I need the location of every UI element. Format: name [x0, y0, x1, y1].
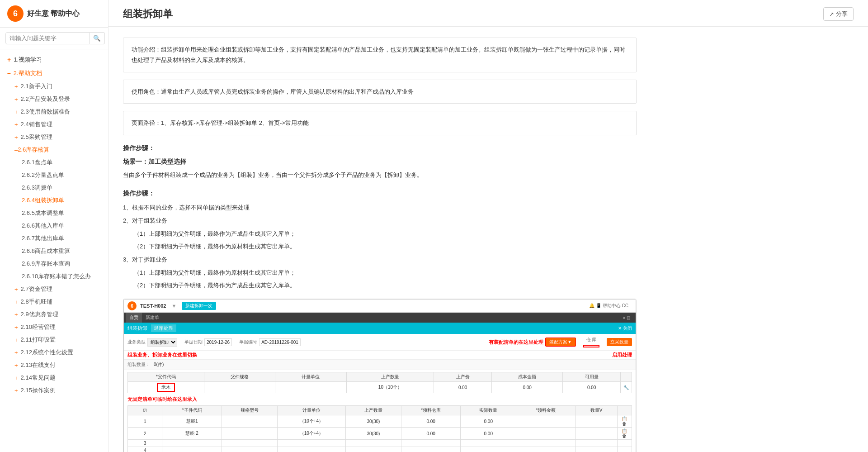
step2-sub2: （2）下部明细为子件明细，最终作为原材料生成其它出库单。	[134, 241, 637, 252]
share-icon: ↗	[829, 11, 834, 18]
mock-field-type: 业务类型 组装拆卸	[127, 338, 177, 347]
sidebar-item-purchase[interactable]: + 2.5采购管理	[0, 131, 108, 143]
search-box: 🔍	[0, 28, 108, 49]
sidebar-item-cost-adjust[interactable]: 2.6.5成本调整单	[0, 207, 108, 219]
sidebar-item-system[interactable]: + 2.12系统个性化设置	[0, 346, 108, 359]
sidebar-item-cases[interactable]: + 2.15操作案例	[0, 384, 108, 397]
sidebar-item-ops[interactable]: + 2.10经营管理	[0, 321, 108, 333]
main-header: 组装拆卸单 ↗ 分享	[108, 0, 868, 27]
mock-toolbar-return: 退库处理	[151, 324, 176, 332]
mock-nav-icons: × ⊡	[619, 314, 634, 322]
mock-parent-table: *父件代码 父件规格 计量单位 上产数量 上产价 成本金额 可用量	[127, 372, 632, 393]
sidebar-item-other-in[interactable]: 2.6.6其他入库单	[0, 219, 108, 232]
app-name: 好生意 帮助中心	[27, 9, 80, 19]
mock-sub-table-area: ☑ *子件代码 规格型号 计量单位 上产数量 *领料仓库 实际数量 *领料金额 …	[124, 404, 636, 452]
step-2: 2、对于组装业务 （1）上部明细为父件明细，最终作为产成品生成其它入库单； （2…	[123, 215, 637, 252]
table-row: 米木 10（10个） 0.00 0.00 0.00 🔧	[128, 382, 632, 393]
step3-sub2: （2）下部明细为子件明细，最终作为产成品生成其它入库单。	[134, 280, 637, 291]
sidebar-item-coupon[interactable]: + 2.9优惠券管理	[0, 308, 108, 321]
step-1: 1、根据不同的业务，选择不同单据的类型来处理	[123, 202, 637, 214]
mock-warehouse-field[interactable]	[583, 345, 599, 347]
table-row: 2 慧能 2 （10个+4） 30(30) 0.00 0.00 📋	[128, 428, 632, 440]
step2-sub1: （1）上部明细为父件明细，最终作为产成品生成其它入库单；	[134, 228, 637, 240]
mock-nav: 自贡 新建单 × ⊡	[124, 313, 636, 323]
sidebar: 6 好生意 帮助中心 🔍 + 1.视频学习 – 2.帮助文档 +	[0, 0, 108, 452]
annotation4-area: 无固定清单可临时给在这里录入	[124, 395, 636, 404]
sidebar-item-newbie[interactable]: + 2.1新手入门	[0, 80, 108, 93]
sidebar-item-data-prep[interactable]: + 2.3使用前数据准备	[0, 105, 108, 118]
sidebar-item-payment[interactable]: + 2.13在线支付	[0, 359, 108, 371]
mock-company: TEST-H002	[140, 303, 166, 309]
logo-icon: 6	[7, 5, 24, 22]
step-list: 1、根据不同的业务，选择不同单据的类型来处理 2、对于组装业务 （1）上部明细为…	[123, 202, 637, 291]
sidebar-item-finance[interactable]: + 2.7资金管理	[0, 283, 108, 295]
nav-sub-items: + 2.1新手入门 + 2.2产品安装及登录 + 2.3使用前数据准备 + 2.…	[0, 80, 108, 397]
mock-annotation3-area: 仓 库	[583, 337, 599, 347]
mock-ui: 6 TEST-H002 ▼ 新建拆卸一次 🔔 📱 帮助中心 CC 自贡 新建单 …	[123, 299, 636, 452]
nav-group-docs: – 2.帮助文档 + 2.1新手入门 + 2.2产品安装及登录 + 2.3使用前…	[0, 67, 108, 397]
mock-nav-item-new[interactable]: 新建单	[142, 313, 163, 323]
annotation3-text: 启用处理	[612, 352, 632, 358]
step3-sub1: （1）上部明细为父件明细，最终作为原材料生成其它出库单；	[134, 267, 637, 279]
sidebar-item-assembly[interactable]: 2.6.4组装拆卸单	[0, 194, 108, 207]
mock-logo: 6	[127, 301, 137, 310]
sidebar-item-mobile[interactable]: + 2.8手机旺铺	[0, 295, 108, 308]
mock-bom-btn[interactable]: 装配方案▼	[545, 338, 576, 347]
mock-parent-code-cell[interactable]: 米木	[157, 383, 175, 392]
nav-group-docs-title[interactable]: – 2.帮助文档	[0, 67, 108, 80]
sidebar-item-stocktake[interactable]: 2.6.1盘点单	[0, 156, 108, 169]
mock-id-value: AD-20191226-001	[259, 338, 301, 346]
search-icon: 🔍	[93, 35, 101, 42]
mock-new-btn[interactable]: 新建拆卸一次	[182, 302, 216, 310]
scenario1-title: 场景一：加工类型选择	[123, 158, 637, 166]
share-button[interactable]: ↗ 分享	[823, 7, 854, 21]
mock-confirm-btn[interactable]: 立采数量	[607, 338, 632, 346]
annotation4-text: 无固定清单可临时给在这里录入	[127, 396, 197, 402]
expand-icon: +	[7, 56, 11, 63]
sidebar-item-print[interactable]: + 2.11打印设置	[0, 333, 108, 346]
role-block: 使用角色：通常由生产人员或库管人员完成拆装业务的操作，库管人员确认原材料的出库和…	[123, 80, 637, 104]
mock-annotation1-area: 有装配清单的在这里处理 装配方案▼	[489, 338, 576, 347]
table-row-empty-3: 3	[128, 440, 632, 447]
sidebar-header: 6 好生意 帮助中心	[0, 0, 108, 28]
sidebar-item-transfer[interactable]: 2.6.3调拨单	[0, 181, 108, 194]
mock-content: 组装拆卸 退库处理 ✕ 关闭 业务类型 组装拆卸	[124, 323, 636, 452]
sidebar-item-cost-recalc[interactable]: 2.6.8商品成本重算	[0, 245, 108, 257]
scenario1-desc: 当由多个子件材料组装成一个成品的业务为【组装】业务，当由一个父件拆分成多个子产品…	[123, 170, 637, 181]
search-button[interactable]: 🔍	[90, 32, 105, 44]
mock-type-select[interactable]: 组装拆卸	[147, 338, 177, 347]
mock-toolbar-assembly: 组装拆卸	[127, 325, 147, 332]
sidebar-item-partial-stocktake[interactable]: 2.6.2分量盘点单	[0, 169, 108, 181]
step2-sub-list: （1）上部明细为父件明细，最终作为产成品生成其它入库单； （2）下部明细为子件明…	[134, 228, 637, 252]
annotation1-text: 有装配清单的在这里处理	[489, 339, 543, 346]
mock-nav-item-active[interactable]: 自贡	[126, 313, 142, 323]
mock-topbar: 6 TEST-H002 ▼ 新建拆卸一次 🔔 📱 帮助中心 CC	[124, 300, 636, 313]
mock-field-id: 单据编号 AD-20191226-001	[239, 338, 301, 346]
path-block: 页面路径：1、库存核算->库存管理->组装拆卸单 2、首页->常用功能	[123, 111, 637, 135]
main-content-area: 组装拆卸单 ↗ 分享 功能介绍：组装拆卸单用来处理企业组装或拆卸等加工业务，支持…	[108, 0, 868, 452]
annotation2-text: 组装业务、拆卸业务在这里切换	[127, 352, 197, 358]
mock-form-area: 业务类型 组装拆卸 单据日期 2019-12-26 单据编号 AD-201912…	[124, 334, 636, 351]
nav-group-videos-title[interactable]: + 1.视频学习	[0, 53, 108, 67]
sidebar-item-install[interactable]: + 2.2产品安装及登录	[0, 93, 108, 105]
mock-field-date: 单据日期 2019-12-26	[184, 338, 232, 346]
mock-close-btn: ✕ 关闭	[618, 325, 632, 332]
mock-green-bar: 组装拆卸 退库处理 ✕ 关闭	[124, 323, 636, 334]
content-body: 功能介绍：组装拆卸单用来处理企业组装或拆卸等加工业务，支持有固定装配清单的产品加…	[108, 27, 651, 452]
search-input[interactable]	[5, 32, 90, 44]
table-row: 1 慧能1 （10个+4） 30(30) 0.00 0.00 📋 �	[128, 415, 632, 428]
page-title: 组装拆卸单	[123, 7, 173, 21]
table-row-empty-4: 4	[128, 447, 632, 452]
nav-list: + 1.视频学习 – 2.帮助文档 + 2.1新手入门 + 2.2产品安装及登录	[0, 49, 108, 452]
sidebar-item-inventory[interactable]: – 2.6库存核算	[0, 143, 108, 156]
sidebar-item-sales[interactable]: + 2.4销售管理	[0, 118, 108, 131]
screenshot-container: 6 TEST-H002 ▼ 新建拆卸一次 🔔 📱 帮助中心 CC 自贡 新建单 …	[123, 299, 637, 452]
mock-subtype-row: 组装数量： 0(件)	[124, 359, 636, 370]
sidebar-item-ledger-query[interactable]: 2.6.9库存账本查询	[0, 257, 108, 270]
steps-label: 操作步骤：	[123, 190, 637, 198]
sidebar-item-ledger-error[interactable]: 2.6.10库存账本错了怎么办	[0, 270, 108, 283]
mock-date-value: 2019-12-26	[204, 338, 232, 346]
steps-title: 操作步骤：	[123, 144, 637, 152]
sidebar-item-faq[interactable]: + 2.14常见问题	[0, 371, 108, 384]
sidebar-item-other-out[interactable]: 2.6.7其他出库单	[0, 232, 108, 245]
